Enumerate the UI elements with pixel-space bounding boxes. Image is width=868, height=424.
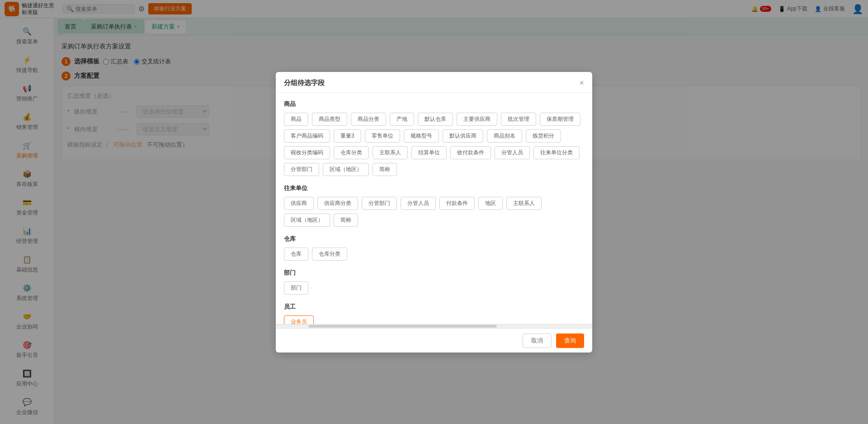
section-warehouse: 仓库 仓库 仓库分类 — [284, 235, 584, 261]
field-tag-warehouse[interactable]: 仓库 — [284, 248, 308, 261]
field-tag-partner-contact[interactable]: 主联系人 — [506, 197, 542, 210]
field-tag-partner-payment[interactable]: 付款条件 — [439, 197, 475, 210]
hscroll-thumb — [308, 325, 497, 328]
field-tag-main-contact[interactable]: 主联系人 — [373, 146, 408, 159]
dialog-body: 商品 商品 商品类型 商品分类 产地 默认仓库 主要供应商 批次管理 保质期管理… — [276, 93, 592, 324]
section-dept: 部门 部门 — [284, 269, 584, 295]
section-staff: 员工 业务员 — [284, 303, 584, 324]
field-tag-default-warehouse[interactable]: 默认仓库 — [418, 113, 453, 126]
section-goods-fields: 商品 商品类型 商品分类 产地 默认仓库 主要供应商 批次管理 保质期管理 客户… — [284, 113, 584, 176]
section-goods-title: 商品 — [284, 100, 584, 108]
field-tag-salesperson[interactable]: 业务员 — [284, 315, 314, 324]
modal-overlay: 分组待选字段 × 商品 商品 商品类型 商品分类 产地 默认仓库 主要供应商 批… — [0, 0, 868, 424]
section-partner-fields: 供应商 供应商分类 分管部门 分管人员 付款条件 地区 主联系人 区域（地区） … — [284, 197, 584, 227]
field-tag-goods-alias[interactable]: 商品别名 — [487, 129, 522, 143]
field-tag-warehouse-category[interactable]: 仓库分类 — [334, 146, 369, 159]
field-tag-partner-category[interactable]: 往来单位分类 — [533, 146, 580, 159]
field-tag-main-supplier[interactable]: 主要供应商 — [457, 113, 497, 126]
field-tag-supplier-category[interactable]: 供应商分类 — [317, 197, 358, 210]
field-tag-area[interactable]: 地区 — [478, 197, 503, 210]
field-tag-partner-manager[interactable]: 分管人员 — [401, 197, 436, 210]
field-tag-partner-dept[interactable]: 分管部门 — [362, 197, 397, 210]
field-tag-tax-code[interactable]: 税收分类编码 — [284, 146, 330, 159]
section-warehouse-fields: 仓库 仓库分类 — [284, 248, 584, 261]
section-partner: 往来单位 供应商 供应商分类 分管部门 分管人员 付款条件 地区 主联系人 区域… — [284, 184, 584, 227]
field-tag-points[interactable]: 炼货积分 — [526, 129, 561, 143]
section-goods: 商品 商品 商品类型 商品分类 产地 默认仓库 主要供应商 批次管理 保质期管理… — [284, 100, 584, 176]
field-tag-customer-code[interactable]: 客户商品编码 — [284, 129, 330, 143]
section-staff-title: 员工 — [284, 303, 584, 311]
field-tag-origin[interactable]: 产地 — [390, 113, 414, 126]
field-tag-warehouse-cat[interactable]: 仓库分类 — [312, 248, 347, 261]
section-dept-fields: 部门 — [284, 281, 584, 295]
field-tag-shelf-life[interactable]: 保质期管理 — [540, 113, 580, 126]
field-tag-payment-terms[interactable]: 收付款条件 — [450, 146, 491, 159]
field-tag-manager[interactable]: 分管人员 — [495, 146, 530, 159]
confirm-button[interactable]: 查询 — [556, 333, 584, 348]
field-tag-weight[interactable]: 重量3 — [334, 129, 361, 143]
field-tag-goods-category[interactable]: 商品分类 — [351, 113, 386, 126]
section-dept-title: 部门 — [284, 269, 584, 277]
field-tag-partner-region[interactable]: 区域（地区） — [284, 214, 330, 227]
field-tag-spec[interactable]: 规格型号 — [404, 129, 439, 143]
dialog: 分组待选字段 × 商品 商品 商品类型 商品分类 产地 默认仓库 主要供应商 批… — [276, 72, 592, 353]
field-tag-batch-mgmt[interactable]: 批次管理 — [501, 113, 536, 126]
field-tag-dept-manager[interactable]: 分管部门 — [284, 163, 319, 176]
field-tag-short-name[interactable]: 简称 — [373, 163, 397, 176]
section-staff-fields: 业务员 — [284, 315, 584, 324]
dialog-title: 分组待选字段 — [284, 79, 325, 87]
field-tag-goods[interactable]: 商品 — [284, 113, 308, 126]
dialog-header: 分组待选字段 × — [276, 72, 592, 93]
section-warehouse-title: 仓库 — [284, 235, 584, 243]
field-tag-region[interactable]: 区域（地区） — [323, 163, 369, 176]
field-tag-retail-unit[interactable]: 零售单位 — [365, 129, 400, 143]
dialog-footer: 取消 查询 — [276, 329, 592, 353]
section-partner-title: 往来单位 — [284, 184, 584, 192]
cancel-button[interactable]: 取消 — [523, 333, 552, 348]
field-tag-partner-short[interactable]: 简称 — [334, 214, 358, 227]
dialog-hscroll[interactable] — [276, 324, 592, 328]
field-tag-dept[interactable]: 部门 — [284, 281, 308, 295]
field-tag-settlement-unit[interactable]: 结算单位 — [411, 146, 447, 159]
field-tag-goods-type[interactable]: 商品类型 — [312, 113, 347, 126]
field-tag-default-supplier[interactable]: 默认供应商 — [443, 129, 483, 143]
dialog-close-button[interactable]: × — [579, 78, 584, 88]
field-tag-supplier[interactable]: 供应商 — [284, 197, 314, 210]
